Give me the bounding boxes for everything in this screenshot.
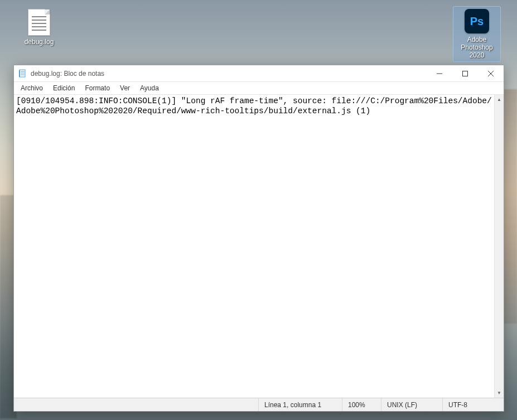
svg-rect-6 bbox=[463, 71, 468, 76]
status-position: Línea 1, columna 1 bbox=[258, 398, 342, 411]
text-file-icon bbox=[28, 9, 50, 36]
status-zoom: 100% bbox=[342, 398, 381, 411]
titlebar[interactable]: debug.log: Bloc de notas bbox=[14, 65, 504, 82]
notepad-window[interactable]: debug.log: Bloc de notas Archivo Edición… bbox=[13, 65, 504, 412]
vertical-scrollbar[interactable]: ▲ ▼ bbox=[494, 95, 504, 398]
status-encoding: UTF-8 bbox=[442, 398, 504, 411]
statusbar: Línea 1, columna 1 100% UNIX (LF) UTF-8 bbox=[14, 398, 504, 411]
desktop-icon-label: Adobe Photoshop 2020 bbox=[455, 36, 499, 59]
status-spacer bbox=[14, 398, 258, 411]
notepad-app-icon bbox=[18, 69, 27, 78]
scroll-up-button[interactable]: ▲ bbox=[495, 95, 504, 104]
menu-edit[interactable]: Edición bbox=[49, 83, 79, 93]
desktop-icon-debug-log[interactable]: debug.log bbox=[16, 7, 62, 48]
desktop-icon-photoshop[interactable]: Ps Adobe Photoshop 2020 bbox=[453, 7, 500, 61]
status-eol: UNIX (LF) bbox=[381, 398, 442, 411]
text-editor[interactable]: [0910/104954.898:INFO:CONSOLE(1)] "Long … bbox=[14, 95, 494, 398]
scroll-down-button[interactable]: ▼ bbox=[495, 388, 504, 398]
minimize-button[interactable] bbox=[427, 65, 452, 81]
minimize-icon bbox=[437, 71, 442, 76]
maximize-icon bbox=[462, 71, 468, 76]
chevron-down-icon: ▼ bbox=[497, 390, 501, 395]
photoshop-icon: Ps bbox=[465, 9, 489, 33]
close-button[interactable] bbox=[478, 65, 504, 81]
window-title: debug.log: Bloc de notas bbox=[31, 70, 427, 78]
menu-format[interactable]: Formato bbox=[80, 83, 114, 93]
svg-rect-1 bbox=[19, 70, 20, 77]
desktop-icon-label: debug.log bbox=[25, 38, 54, 46]
menu-file[interactable]: Archivo bbox=[16, 83, 47, 93]
chevron-up-icon: ▲ bbox=[497, 97, 501, 102]
close-icon bbox=[488, 71, 494, 76]
menu-view[interactable]: Ver bbox=[115, 83, 134, 93]
maximize-button[interactable] bbox=[452, 65, 478, 81]
window-controls bbox=[427, 65, 504, 81]
menu-help[interactable]: Ayuda bbox=[136, 83, 163, 93]
editor-area: [0910/104954.898:INFO:CONSOLE(1)] "Long … bbox=[14, 94, 504, 398]
menubar: Archivo Edición Formato Ver Ayuda bbox=[14, 82, 504, 94]
